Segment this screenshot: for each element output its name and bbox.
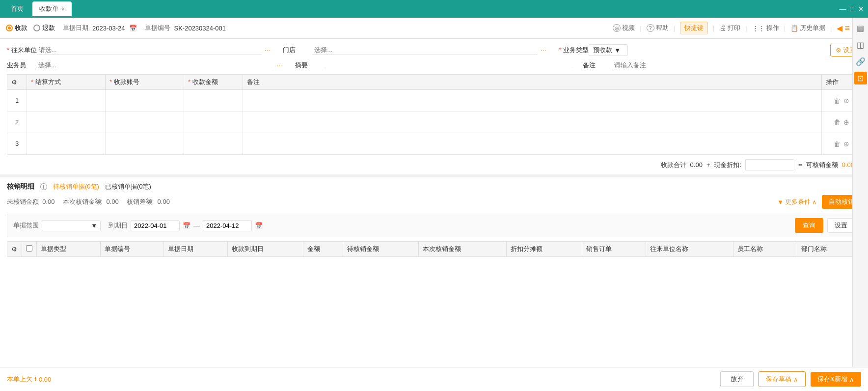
bottom-bar: 本单上欠 ℹ 0.00 放弃 保存草稿 ∧ 保存&新增 ∧ [0,367,868,391]
save-new-button[interactable]: 保存&新增 ∧ [811,372,861,387]
bt-col-due-date-label: 收款到期日 [232,245,264,252]
col-action-label: 操作 [826,78,839,85]
operation-action[interactable]: ⋮⋮ 操作 [752,24,779,32]
print-icon: 🖨 [719,24,726,32]
filter-settings-button[interactable]: 设置 [827,218,855,233]
row-3-settlement[interactable] [27,133,106,155]
tab-active[interactable]: 收款单 × [32,1,72,16]
row-3-copy-icon[interactable]: ⊕ [843,140,849,148]
query-button[interactable]: 查询 [795,218,823,233]
shortcut-btn[interactable]: 快捷键 [680,22,708,34]
recon-info-icon[interactable]: ℹ [40,183,47,190]
row-1-account[interactable] [106,90,184,112]
remark-input[interactable] [612,60,861,70]
print-action[interactable]: 🖨 打印 [719,24,740,32]
tab-home[interactable]: 首页 [4,1,30,16]
row-1-delete-icon[interactable]: 🗑 [834,97,841,105]
row-3-delete-icon[interactable]: 🗑 [834,140,841,148]
save-draft-chevron: ∧ [793,376,798,383]
row-2-settlement[interactable] [27,112,106,133]
layout-list-icon[interactable]: ≡ [844,23,850,33]
business-type-select[interactable]: 预收款 ▼ [589,44,628,56]
date-from-input[interactable] [131,220,180,231]
table-settings-icon[interactable]: ⚙ [11,79,17,86]
row-1-settlement[interactable] [27,90,106,112]
history-label: 历史单据 [800,24,825,32]
divider6: | [830,25,832,32]
more-conditions-btn[interactable]: ▼ 更多条件 ∧ [777,197,817,206]
sidebar-icon-1[interactable]: ▤ [854,22,867,34]
layout-prev-icon[interactable]: ◀ [837,24,842,33]
date-from-calendar-icon[interactable]: 📅 [183,222,190,229]
abandon-button[interactable]: 放弃 [720,371,754,387]
row-2-delete-icon[interactable]: 🗑 [834,118,841,126]
table-row: 2 🗑 ⊕ [7,112,861,133]
video-label: 视频 [622,24,635,32]
counterpart-input[interactable] [37,45,262,55]
bt-col-settings[interactable]: ⚙ [7,242,22,257]
date-to-calendar-icon[interactable]: 📅 [255,222,263,229]
help-label: 帮助 [656,24,669,32]
row-3-remark[interactable] [243,133,822,155]
row-2-account[interactable] [106,112,184,133]
row-2-copy-icon[interactable]: ⊕ [843,118,849,126]
close-icon[interactable]: ✕ [858,5,864,13]
video-action[interactable]: ◎ 视频 [613,24,635,32]
recon-done-tab[interactable]: 已核销单据(0笔) [105,182,151,191]
radio-receive[interactable]: 收款 [6,24,27,32]
store-ellipsis-icon[interactable]: ··· [538,46,549,54]
row-1-copy-icon[interactable]: ⊕ [843,97,849,105]
summary-label: 摘要 [295,61,325,70]
table-header: ⚙ * 结算方式 * 收款账号 * 收款金额 [7,75,861,90]
discount-label: 现金折扣: [714,161,741,169]
counterpart-label: 往来单位 [7,46,37,55]
date-to-input[interactable] [203,220,252,231]
bt-col-doc-type-label: 单据类型 [41,245,66,252]
history-action[interactable]: 📋 历史单据 [790,24,825,32]
total-label: 收款合计 [661,161,686,169]
summary-input[interactable] [325,60,573,70]
row-1-amount[interactable] [184,90,243,112]
bottom-actions: 放弃 保存草稿 ∧ 保存&新增 ∧ [720,371,861,387]
summary-field: 摘要 [285,60,573,70]
minimize-icon[interactable]: — [840,5,846,13]
store-input[interactable] [312,45,538,55]
discount-input[interactable] [745,159,794,170]
tab-close-icon[interactable]: × [61,5,65,12]
counterpart-ellipsis-icon[interactable]: ··· [262,46,273,54]
maximize-icon[interactable]: □ [850,5,854,13]
bt-col-doc-no-label: 单据编号 [105,245,130,252]
salesperson-ellipsis-icon[interactable]: ··· [273,61,285,69]
sidebar-icon-4[interactable]: ⊡ [854,72,867,84]
sidebar-icon-2[interactable]: ◫ [854,38,867,51]
help-action[interactable]: ? 帮助 [647,24,669,32]
range-select[interactable]: ▼ [42,220,101,231]
shortcut-label: 快捷键 [684,24,704,31]
filter-icon: ▼ [777,198,784,206]
bt-col-amount: 金额 [303,242,343,257]
bt-settings-icon[interactable]: ⚙ [11,246,17,253]
save-draft-button[interactable]: 保存草稿 ∧ [759,371,806,387]
due-date-filter: 到期日 📅 — 📅 [108,220,263,231]
bt-checkbox-all[interactable] [26,245,32,251]
sidebar-icon-3[interactable]: 🔗 [854,55,867,68]
doc-no-value: SK-20230324-001 [174,25,226,32]
bottom-info-value: 0.00 [39,376,51,383]
form-area: 往来单位 ··· 门店 ··· 业务类型 预收款 ▼ [0,39,868,74]
recon-pending-tab[interactable]: 待核销单据(0笔) [53,182,99,191]
doc-date-calendar-icon[interactable]: 📅 [129,25,137,32]
row-2-amount[interactable] [184,112,243,133]
row-1-remark[interactable] [243,90,822,112]
row-3-account[interactable] [106,133,184,155]
settings-col[interactable]: ⚙ [7,75,27,90]
recon-summary: 未核销金额 0.00 本次核销金额: 0.00 核销差额: 0.00 ▼ 更多条… [7,195,861,209]
salesperson-input[interactable] [36,60,273,70]
radio-refund[interactable]: 退款 [33,24,55,32]
main-content: 收款 退款 单据日期 2023-03-24 📅 单据编号 SK-20230324… [0,18,868,391]
row-3-amount[interactable] [184,133,243,155]
divider5: | [784,25,786,32]
bt-col-checkbox[interactable] [22,242,37,257]
row-2-remark[interactable] [243,112,822,133]
bottom-info-icon[interactable]: ℹ [34,376,37,383]
more-conditions-chevron: ∧ [812,198,817,206]
